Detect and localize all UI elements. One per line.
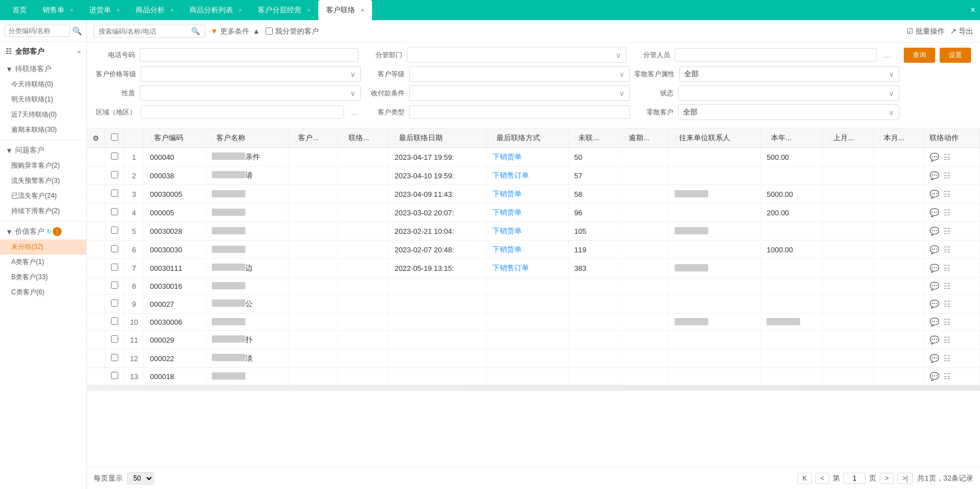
row-checkbox[interactable] — [111, 227, 118, 234]
contact-grid-icon[interactable]: ☷ — [944, 299, 951, 308]
contact-message-icon[interactable]: 💬 — [930, 299, 939, 308]
prev-page-button[interactable]: < — [815, 473, 829, 484]
manager-input[interactable] — [675, 48, 877, 62]
value-section-label[interactable]: ▼ 价值客户 ↻ ! — [0, 224, 86, 239]
sidebar-item-hoarding-abnormal[interactable]: 囤购异常客户(2) — [0, 158, 86, 173]
cust-level-select[interactable]: ∨ — [409, 66, 630, 82]
my-customers-check[interactable] — [266, 27, 273, 35]
sidebar-item-class-a[interactable]: A类客户(1) — [0, 255, 86, 270]
contact-message-icon[interactable]: 💬 — [930, 171, 939, 180]
last-page-button[interactable]: >| — [897, 473, 913, 484]
region-input[interactable] — [141, 105, 344, 119]
contact-message-icon[interactable]: 💬 — [930, 208, 939, 217]
settings-icon[interactable]: ⚙ — [92, 134, 99, 142]
reset-button[interactable]: 设置 — [940, 48, 971, 63]
last-contact-date-header[interactable]: :最后联络日期 — [389, 128, 486, 148]
horizontal-scrollbar[interactable] — [87, 385, 980, 391]
next-page-button[interactable]: > — [880, 473, 894, 484]
close-sales-tab[interactable]: × — [70, 7, 73, 13]
settings-column-header[interactable]: ⚙ — [87, 128, 105, 148]
contact-grid-icon[interactable]: ☷ — [944, 317, 951, 326]
pending-section-label[interactable]: ▼ 待联络客户 — [0, 61, 86, 77]
contact-message-icon[interactable]: 💬 — [930, 354, 939, 363]
cust-type-input[interactable] — [409, 105, 630, 119]
sidebar-item-declining[interactable]: 持续下滑客户(2) — [0, 204, 86, 219]
all-customers-header[interactable]: ☷ 全部客户 « — [0, 42, 86, 61]
row-checkbox[interactable] — [111, 208, 118, 215]
contact-message-icon[interactable]: 💬 — [930, 227, 939, 236]
sidebar-item-today-pending[interactable]: 今天待联络(0) — [0, 77, 86, 92]
contact-grid-icon[interactable]: ☷ — [944, 372, 951, 381]
problem-section-label[interactable]: ▼ 问题客户 — [0, 142, 86, 158]
retail-attr-select[interactable]: 全部 ∨ — [679, 66, 899, 82]
global-close-button[interactable]: × — [970, 5, 976, 15]
row-checkbox[interactable] — [111, 372, 118, 379]
contact-message-icon[interactable]: 💬 — [930, 190, 939, 199]
page-size-select[interactable]: 50 — [127, 472, 154, 485]
cust-name-header[interactable]: :客户名称 — [206, 128, 289, 148]
query-button[interactable]: 查询 — [904, 48, 935, 63]
uncontacted-header[interactable]: :未联... — [568, 128, 619, 148]
contact-grid-icon[interactable]: ☷ — [944, 264, 951, 273]
sidebar-item-class-c[interactable]: C类客户(6) — [0, 285, 86, 300]
nav-tab-product-list[interactable]: 商品分析列表 × — [182, 0, 250, 20]
batch-ops-button[interactable]: ☑ 批量操作 — [907, 26, 945, 36]
main-search-icon[interactable]: 🔍 — [191, 27, 200, 35]
value-refresh-icon[interactable]: ↻ — [47, 228, 52, 236]
row-checkbox[interactable] — [111, 317, 118, 325]
dept-select[interactable]: ∨ — [407, 47, 626, 63]
contact-header[interactable]: :联络... — [338, 128, 389, 148]
contact-grid-icon[interactable]: ☷ — [944, 245, 951, 254]
row-checkbox[interactable] — [111, 354, 118, 361]
region-ellipsis-btn[interactable]: … — [349, 108, 361, 117]
retail-cust-select[interactable]: 全部 ∨ — [678, 104, 899, 120]
payment-select[interactable]: ∨ — [409, 85, 630, 101]
row-checkbox[interactable] — [111, 299, 118, 307]
close-product-list-tab[interactable]: × — [239, 7, 242, 13]
sidebar-item-overdue-pending[interactable]: 逾期未联络(30) — [0, 122, 86, 137]
row-checkbox[interactable] — [111, 245, 118, 252]
sidebar-item-churned[interactable]: 已流失客户(24) — [0, 188, 86, 204]
contact-grid-icon[interactable]: ☷ — [944, 282, 951, 290]
my-customers-checkbox[interactable]: 我分管的客户 — [266, 26, 319, 36]
select-all-checkbox[interactable] — [111, 133, 118, 141]
main-search-input[interactable] — [99, 27, 188, 35]
last-contact-method-header[interactable]: :最后联络方式 — [486, 128, 568, 148]
contact-message-icon[interactable]: 💬 — [930, 335, 939, 344]
manager-ellipsis-btn[interactable]: … — [881, 50, 894, 59]
cust-code-header[interactable]: :客户编码 — [144, 128, 206, 148]
row-checkbox[interactable] — [111, 153, 118, 160]
more-conditions-toggle[interactable]: ▼ 更多条件 ▲ — [211, 26, 260, 36]
close-customer-tier-tab[interactable]: × — [307, 7, 310, 13]
contact-grid-icon[interactable]: ☷ — [944, 153, 951, 162]
sidebar-item-unclassified[interactable]: 未分组(32) — [0, 239, 86, 255]
close-purchase-tab[interactable]: × — [117, 7, 120, 13]
export-button[interactable]: ↗ 导出 — [950, 26, 973, 36]
category-search-icon[interactable]: 🔍 — [72, 26, 82, 35]
contact-message-icon[interactable]: 💬 — [930, 372, 939, 381]
cust-type-header[interactable]: :客户... — [288, 128, 338, 148]
collapse-sidebar-icon[interactable]: « — [77, 48, 81, 55]
sidebar-item-7day-pending[interactable]: 近7天待联络(0) — [0, 107, 86, 122]
price-tier-select[interactable]: ∨ — [141, 66, 361, 82]
row-checkbox[interactable] — [111, 171, 118, 178]
category-search-input[interactable] — [4, 25, 70, 37]
contact-message-icon[interactable]: 💬 — [930, 282, 939, 290]
nav-tab-sales[interactable]: 销售单 × — [35, 0, 81, 20]
nature-select[interactable]: ∨ — [140, 85, 361, 101]
sidebar-item-tomorrow-pending[interactable]: 明天待联络(1) — [0, 92, 86, 107]
nav-tab-purchase[interactable]: 进货单 × — [81, 0, 128, 20]
unit-contact-header[interactable]: :往来单位联系人 — [669, 128, 761, 148]
contact-grid-icon[interactable]: ☷ — [944, 354, 951, 363]
page-number-input[interactable] — [843, 473, 866, 484]
phone-input[interactable] — [140, 48, 359, 62]
this-year-header[interactable]: :本年... — [761, 128, 823, 148]
contact-message-icon[interactable]: 💬 — [930, 245, 939, 254]
close-customer-contact-tab[interactable]: × — [361, 7, 364, 13]
sidebar-item-class-b[interactable]: B类客户(33) — [0, 270, 86, 285]
this-month-header[interactable]: :本月... — [874, 128, 924, 148]
contact-grid-icon[interactable]: ☷ — [944, 227, 951, 236]
contact-message-icon[interactable]: 💬 — [930, 317, 939, 326]
contact-message-icon[interactable]: 💬 — [930, 153, 939, 162]
row-checkbox[interactable] — [111, 264, 118, 271]
